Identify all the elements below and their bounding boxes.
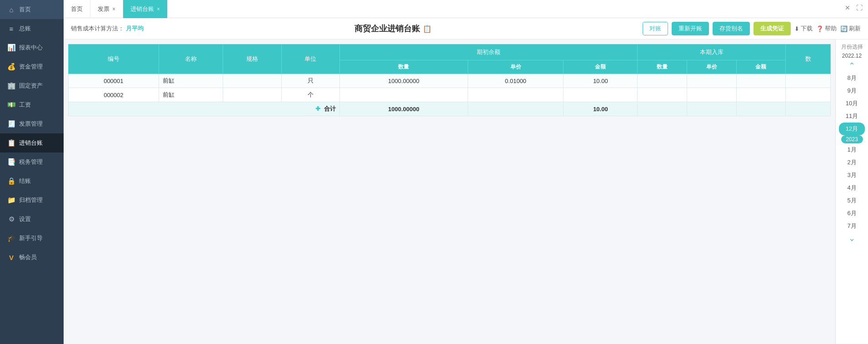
download-button[interactable]: ⬇ 下载	[794, 25, 813, 33]
sidebar-label-assets: 固定资产	[19, 82, 43, 90]
row1-code: 000001	[69, 74, 159, 88]
sidebar-item-funds[interactable]: 💰 资金管理	[0, 57, 64, 76]
sidebar-label-settings: 设置	[19, 215, 31, 223]
col-unit: 单位	[281, 44, 339, 74]
guide-icon: 🎓	[7, 234, 15, 242]
total-price-in	[687, 102, 737, 116]
tab-home[interactable]: 首页	[64, 0, 90, 18]
month-item-12[interactable]: 12月	[839, 123, 865, 135]
page-title-area: 商贸企业进销台账 📋	[354, 23, 432, 34]
home-icon: ⌂	[7, 6, 15, 14]
sidebar-item-settings[interactable]: ⚙ 设置	[0, 210, 64, 229]
month-item-9[interactable]: 9月	[836, 84, 868, 97]
table-header-row-1: 编号 名称 规格 单位 期初余额 本期入库 数	[69, 44, 831, 60]
tab-invoice[interactable]: 发票 ×	[90, 0, 123, 18]
help-label: 帮助	[825, 25, 837, 33]
row1-amount-in	[736, 74, 786, 88]
col-extra: 数	[786, 44, 831, 74]
cost-method-label: 销售成本计算方法：	[71, 25, 124, 32]
table-row: 000002 前缸 个	[69, 88, 831, 102]
month-item-2[interactable]: 2月	[836, 156, 868, 169]
sub-amount-in: 金额	[736, 60, 786, 74]
sub-price-in: 单价	[687, 60, 737, 74]
tab-jinxiao[interactable]: 进销台账 ×	[123, 0, 168, 18]
page-title: 商贸企业进销台账	[354, 23, 420, 34]
help-icon: ❓	[816, 25, 823, 32]
sidebar-item-jinxiao[interactable]: 📋 进销台账	[0, 133, 64, 152]
sidebar-item-guide[interactable]: 🎓 新手引导	[0, 229, 64, 248]
month-item-7[interactable]: 7月	[836, 220, 868, 232]
sidebar-item-archive[interactable]: 📁 归档管理	[0, 191, 64, 210]
settings-icon: ⚙	[7, 215, 15, 223]
col-spec: 规格	[223, 44, 281, 74]
reports-icon: 📊	[7, 44, 15, 52]
sidebar-item-close[interactable]: 🔒 结账	[0, 172, 64, 191]
download-label: 下载	[801, 25, 813, 33]
month-item-1[interactable]: 1月	[836, 143, 868, 156]
month-item-4[interactable]: 4月	[836, 182, 868, 194]
sidebar-label-close: 结账	[19, 177, 31, 185]
tab-home-label: 首页	[71, 5, 83, 13]
refresh-icon: 🔄	[840, 25, 848, 32]
sidebar: ⌂ 首页 ≡ 总账 📊 报表中心 💰 资金管理 🏢 固定资产 💵 工资 🧾 发票…	[0, 0, 64, 344]
month-item-11[interactable]: 11月	[836, 110, 868, 123]
funds-icon: 💰	[7, 63, 15, 71]
window-maximize-button[interactable]: ⛶	[854, 3, 864, 13]
col-code: 编号	[69, 44, 159, 74]
table-body: 000001 前缸 只 1000.00000 0.01000 10.00	[69, 74, 831, 116]
help-button[interactable]: ❓ 帮助	[816, 25, 837, 33]
tax-icon: 📑	[7, 158, 15, 166]
row1-name: 前缸	[159, 74, 223, 88]
sidebar-label-home: 首页	[19, 5, 31, 14]
duizhang-button[interactable]: 对账	[643, 22, 668, 35]
cost-method-value: 月平均	[126, 25, 144, 32]
main-area: ✕ ⛶ 首页 发票 × 进销台账 × 销售成本计算方法： 月平均 商贸企业进销台…	[64, 0, 868, 344]
row2-price-in	[687, 88, 737, 102]
sidebar-label-funds: 资金管理	[19, 63, 43, 71]
total-qty-init: 1000.00000	[339, 102, 468, 116]
reopen-button[interactable]: 重新开账	[672, 22, 709, 35]
sidebar-item-assets[interactable]: 🏢 固定资产	[0, 76, 64, 95]
row2-unit: 个	[281, 88, 339, 102]
total-amount-in	[736, 102, 786, 116]
month-item-5[interactable]: 5月	[836, 194, 868, 207]
save-alias-button[interactable]: 存货别名	[713, 22, 750, 35]
page-content: 销售成本计算方法： 月平均 商贸企业进销台账 📋 对账 重新开账 存货别名 生成…	[64, 18, 868, 344]
sidebar-item-ledger[interactable]: ≡ 总账	[0, 19, 64, 38]
month-item-10[interactable]: 10月	[836, 97, 868, 110]
row2-qty-init	[339, 88, 468, 102]
row2-price-init	[468, 88, 564, 102]
month-item-3[interactable]: 3月	[836, 169, 868, 182]
sidebar-item-home[interactable]: ⌂ 首页	[0, 0, 64, 19]
invoice-mgmt-icon: 🧾	[7, 120, 15, 128]
month-item-6[interactable]: 6月	[836, 207, 868, 220]
month-scroll-down[interactable]: ⌄	[836, 232, 868, 244]
generate-voucher-button[interactable]: 生成凭证	[753, 22, 791, 35]
row1-qty-in	[638, 74, 687, 88]
row2-code: 000002	[69, 88, 159, 102]
month-item-8[interactable]: 8月	[836, 72, 868, 84]
window-close-button[interactable]: ✕	[843, 3, 853, 13]
month-picker: 月份选择 2022.12 ⌃ 8月 9月 10月 11月 12月 2023 1月…	[835, 39, 868, 344]
total-amount-init: 10.00	[564, 102, 638, 116]
total-row: ✚ 合计 1000.00000 10.00	[69, 102, 831, 116]
tab-jinxiao-close[interactable]: ×	[157, 6, 160, 12]
refresh-button[interactable]: 🔄 刷新	[840, 25, 861, 33]
sidebar-item-payroll[interactable]: 💵 工资	[0, 95, 64, 114]
tab-invoice-close[interactable]: ×	[112, 6, 115, 12]
row1-amount-init: 10.00	[564, 74, 638, 88]
toolbar: 对账 重新开账 存货别名 生成凭证 ⬇ 下载 ❓ 帮助 🔄 刷新	[643, 22, 861, 35]
sidebar-item-tax[interactable]: 📑 税务管理	[0, 152, 64, 172]
sidebar-item-invoice-mgmt[interactable]: 🧾 发票管理	[0, 114, 64, 133]
month-scroll-up[interactable]: ⌃	[836, 60, 868, 72]
row1-extra	[786, 74, 831, 88]
sub-price-init: 单价	[468, 60, 564, 74]
sidebar-item-vip[interactable]: V 畅会员	[0, 248, 64, 267]
sidebar-label-payroll: 工资	[19, 101, 31, 109]
sidebar-label-tax: 税务管理	[19, 158, 43, 166]
cost-method: 销售成本计算方法： 月平均	[71, 25, 144, 33]
sidebar-item-reports[interactable]: 📊 报表中心	[0, 38, 64, 57]
row2-qty-in	[638, 88, 687, 102]
sidebar-label-jinxiao: 进销台账	[19, 139, 43, 147]
ledger-icon: ≡	[7, 25, 15, 33]
